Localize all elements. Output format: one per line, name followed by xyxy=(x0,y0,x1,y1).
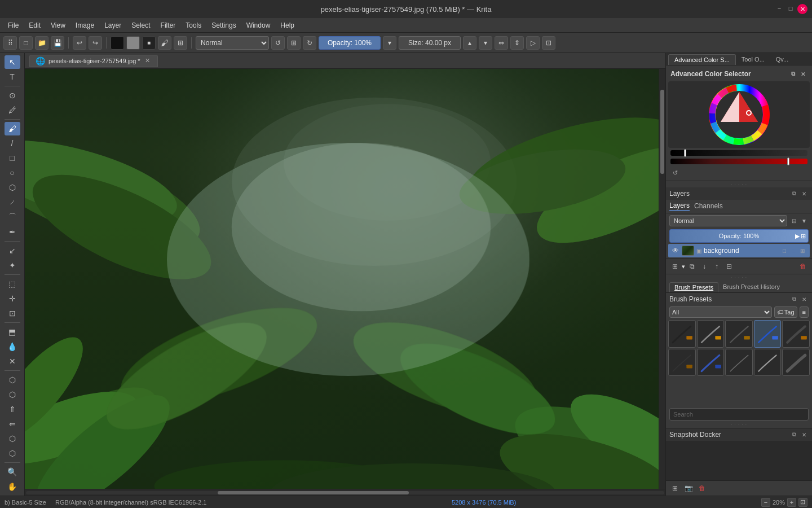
tool-polygon-select[interactable]: ⬡ xyxy=(5,446,20,460)
layer-sort-btn[interactable]: ▼ xyxy=(800,216,809,225)
canvas-tab-item[interactable]: 🌐 pexels-elias-tigiser-2757549.jpg * ✕ xyxy=(29,55,158,67)
brush-item-1[interactable] xyxy=(668,320,696,348)
tab-tool-options[interactable]: Tool O... xyxy=(736,54,770,65)
rotate-btn[interactable]: ▷ xyxy=(526,36,540,50)
panel-float-btn[interactable]: ⧉ xyxy=(788,69,797,78)
fit-btn[interactable]: ⊡ xyxy=(798,498,807,507)
tool-calligraphy[interactable]: ✒ xyxy=(5,225,20,239)
menu-item-view[interactable]: View xyxy=(46,20,70,30)
snapshot-float-btn[interactable]: ⧉ xyxy=(789,430,798,439)
brush-item-7[interactable] xyxy=(697,349,725,376)
canvas-scrollbar-horizontal[interactable] xyxy=(25,489,665,496)
tool-freehand-brush[interactable]: 🖌 xyxy=(5,122,20,135)
tool-ellipse[interactable]: ○ xyxy=(5,166,20,179)
opacity-settings-btn[interactable]: ⊞ xyxy=(801,233,806,240)
canvas-viewport[interactable] xyxy=(25,69,665,489)
size-arrow-up[interactable]: ▴ xyxy=(463,36,476,50)
new-doc-btn[interactable]: □ xyxy=(19,36,33,50)
snapshot-camera-btn[interactable]: 📷 xyxy=(683,483,694,494)
tool-assistant[interactable]: ✦ xyxy=(5,259,20,272)
opacity-arrow-down[interactable]: ▾ xyxy=(383,36,396,50)
tool-polygon[interactable]: ⬡ xyxy=(5,181,20,194)
undo-btn[interactable]: ↩ xyxy=(73,36,86,50)
background-color-btn[interactable] xyxy=(126,36,140,50)
color-settings-btn[interactable]: ■ xyxy=(142,36,156,50)
toolbar-dots-btn[interactable]: ⠿ xyxy=(3,36,17,50)
foreground-color-btn[interactable] xyxy=(111,36,124,50)
save-btn[interactable]: 💾 xyxy=(51,36,64,50)
menu-item-file[interactable]: File xyxy=(3,20,23,30)
delete-layer-btn[interactable]: 🗑 xyxy=(797,261,809,272)
layer-extra-btn[interactable]: ⊞ xyxy=(798,247,806,255)
grid-btn[interactable]: ⊞ xyxy=(174,36,187,50)
layer-opacity-bar[interactable]: Opacity: 100% ▶ ⊞ xyxy=(669,229,809,243)
brush-item-9[interactable] xyxy=(754,349,782,376)
tool-freehand-select[interactable]: ⊙ xyxy=(5,89,20,102)
tool-pan[interactable]: ✋ xyxy=(5,480,20,493)
tool-rectangle[interactable]: □ xyxy=(5,151,20,165)
brush-item-10[interactable] xyxy=(782,349,810,376)
extra-btn[interactable]: ⊡ xyxy=(542,36,555,50)
snapshot-delete-btn[interactable]: 🗑 xyxy=(696,483,708,494)
black-slider[interactable] xyxy=(670,150,807,156)
menu-item-settings[interactable]: Settings xyxy=(207,20,240,30)
tool-crop[interactable]: ⊡ xyxy=(5,306,20,320)
brush-float-btn[interactable]: ⧉ xyxy=(789,295,798,304)
brush-filter-select[interactable]: All xyxy=(669,306,772,318)
tool-contiguous-select[interactable]: 🖉 xyxy=(5,103,20,117)
layer-blend-select[interactable]: Normal xyxy=(669,215,787,226)
opacity-control[interactable]: Opacity: 100% xyxy=(319,36,381,50)
blend-sync-btn[interactable]: ↻ xyxy=(303,36,316,50)
minimize-button[interactable]: − xyxy=(775,4,784,13)
red-slider-thumb[interactable] xyxy=(787,157,789,165)
color-reset-btn[interactable]: ↺ xyxy=(670,168,679,177)
move-down-btn[interactable]: ↓ xyxy=(699,261,710,272)
color-wheel-svg[interactable] xyxy=(708,84,770,146)
black-slider-thumb[interactable] xyxy=(684,149,686,157)
menu-item-help[interactable]: Help xyxy=(276,20,299,30)
mirror-h-btn[interactable]: ⇔ xyxy=(495,36,508,50)
layer-filter-btn[interactable]: ⊟ xyxy=(789,216,798,225)
layer-color-btn[interactable]: ■ xyxy=(789,247,797,255)
tab-qv[interactable]: Qv... xyxy=(770,54,794,65)
layers-float-btn[interactable]: ⧉ xyxy=(789,189,798,198)
tool-contiguous2[interactable]: ⬡ xyxy=(5,388,20,401)
tool-eyedropper[interactable]: 💧 xyxy=(5,340,20,353)
redo-btn[interactable]: ↪ xyxy=(89,36,102,50)
layer-visibility-toggle[interactable]: 👁 xyxy=(672,247,679,255)
tool-zoom[interactable]: 🔍 xyxy=(5,465,20,479)
menu-item-edit[interactable]: Edit xyxy=(24,20,45,30)
brush-item-4[interactable] xyxy=(754,320,782,348)
tool-smart-patch[interactable]: ✕ xyxy=(5,354,20,368)
open-btn[interactable]: 📁 xyxy=(35,36,48,50)
tab-advanced-color[interactable]: Advanced Color S... xyxy=(668,54,736,65)
scrollbar-h-thumb[interactable] xyxy=(218,491,409,494)
tool-curve[interactable]: ⌒ xyxy=(5,211,20,224)
brush-item-8[interactable] xyxy=(725,349,753,376)
opacity-expand-btn[interactable]: ▶ xyxy=(795,233,800,240)
menu-item-tools[interactable]: Tools xyxy=(181,20,206,30)
tool-polyline[interactable]: ⟋ xyxy=(5,195,20,209)
copy-layer-btn[interactable]: ⧉ xyxy=(686,261,698,272)
brush-tag-btn[interactable]: 🏷 Tag xyxy=(774,306,797,318)
menu-item-image[interactable]: Image xyxy=(71,20,99,30)
layer-style-btn[interactable]: ⊟ xyxy=(723,261,735,272)
tool-move[interactable]: ✛ xyxy=(5,292,20,305)
size-arrow-down[interactable]: ▾ xyxy=(479,36,492,50)
tool-selection-brush[interactable]: ⬡ xyxy=(5,373,20,387)
scrollbar-v-thumb[interactable] xyxy=(660,90,664,174)
maximize-button[interactable]: □ xyxy=(786,4,795,13)
tab-layers[interactable]: Layers xyxy=(669,202,690,211)
mirror-v-btn[interactable]: ⇕ xyxy=(510,36,524,50)
tool-text[interactable]: T xyxy=(5,70,20,84)
snapshot-close-btn[interactable]: ✕ xyxy=(800,430,809,439)
tool-select[interactable]: ↖ xyxy=(5,55,20,69)
layers-close-btn[interactable]: ✕ xyxy=(800,189,809,198)
brush-close-btn[interactable]: ✕ xyxy=(800,295,809,304)
brush-search-input[interactable] xyxy=(669,408,809,421)
brush-item-3[interactable] xyxy=(725,320,753,348)
add-layer-btn[interactable]: ⊞ xyxy=(669,261,681,272)
brush-item-5[interactable] xyxy=(782,320,810,348)
close-button[interactable]: ✕ xyxy=(797,4,807,14)
menu-item-filter[interactable]: Filter xyxy=(156,20,180,30)
